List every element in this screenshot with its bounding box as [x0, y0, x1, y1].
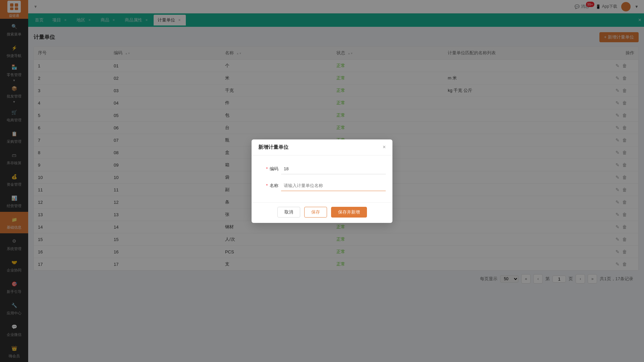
form-row-name: * 名称 [258, 180, 386, 191]
modal-title: 新增计量单位 [258, 144, 288, 150]
code-label: * 编码 [258, 166, 278, 172]
modal-header: 新增计量单位 × [252, 139, 392, 156]
modal-overlay: 新增计量单位 × * 编码 * 名称 取消 保存 保存并新增 [0, 0, 644, 362]
save-new-button[interactable]: 保存并新增 [331, 207, 367, 218]
modal-body: * 编码 * 名称 [252, 156, 392, 202]
modal-footer: 取消 保存 保存并新增 [252, 202, 392, 223]
code-required: * [266, 166, 268, 171]
save-button[interactable]: 保存 [304, 207, 327, 218]
name-required: * [266, 183, 268, 188]
name-label: * 名称 [258, 183, 278, 189]
cancel-button[interactable]: 取消 [277, 207, 300, 218]
form-row-code: * 编码 [258, 164, 386, 174]
name-input[interactable] [281, 180, 386, 191]
code-input[interactable] [281, 164, 386, 174]
add-unit-modal: 新增计量单位 × * 编码 * 名称 取消 保存 保存并新增 [252, 139, 392, 223]
modal-close-btn[interactable]: × [383, 144, 386, 150]
